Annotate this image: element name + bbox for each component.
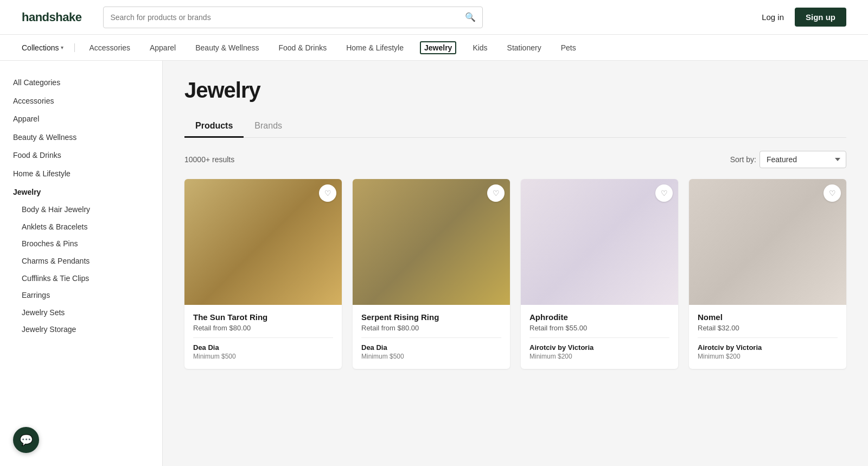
sidebar-item-food---drinks[interactable]: Food & Drinks	[0, 146, 162, 165]
product-image: ♡	[353, 179, 510, 305]
product-retail: Retail from $80.00	[193, 324, 333, 332]
sidebar-subitem-jewelry-storage[interactable]: Jewelry Storage	[0, 321, 162, 339]
tabs: ProductsBrands	[184, 116, 846, 138]
chat-icon: 💬	[20, 433, 33, 446]
product-brand: Airotciv by Victoria	[698, 343, 838, 352]
nav-item-pets[interactable]: Pets	[558, 41, 579, 54]
main-nav: Collections ▾ AccessoriesApparelBeauty &…	[0, 35, 868, 61]
product-minimum: Minimum $200	[698, 353, 838, 360]
product-name: Aphrodite	[529, 312, 669, 322]
product-divider	[193, 337, 333, 338]
product-name: The Sun Tarot Ring	[193, 312, 333, 322]
main-content: Jewelry ProductsBrands 10000+ results So…	[163, 61, 868, 466]
product-brand: Dea Dia	[193, 343, 333, 352]
product-minimum: Minimum $500	[361, 353, 501, 360]
product-divider	[361, 337, 501, 338]
sidebar-subitem-anklets---bracelets[interactable]: Anklets & Bracelets	[0, 219, 162, 236]
wishlist-button[interactable]: ♡	[824, 184, 841, 202]
product-brand: Dea Dia	[361, 343, 501, 352]
page-body: All CategoriesAccessoriesApparelBeauty &…	[0, 61, 868, 466]
sort-select[interactable]: Featured Newest Price: Low to High Price…	[760, 151, 846, 168]
results-bar: 10000+ results Sort by: Featured Newest …	[184, 151, 846, 168]
tab-products[interactable]: Products	[184, 116, 244, 138]
signup-button[interactable]: Sign up	[795, 8, 846, 27]
sort-label: Sort by:	[730, 155, 756, 164]
product-name: Serpent Rising Ring	[361, 312, 501, 322]
collections-label: Collections	[22, 43, 59, 52]
sidebar: All CategoriesAccessoriesApparelBeauty &…	[0, 61, 163, 466]
nav-items: AccessoriesApparelBeauty & WellnessFood …	[86, 41, 579, 54]
sidebar-item-jewelry[interactable]: Jewelry	[0, 183, 162, 202]
sidebar-subitem-body---hair-jewelry[interactable]: Body & Hair Jewelry	[0, 201, 162, 219]
nav-item-kids[interactable]: Kids	[469, 41, 490, 54]
product-image: ♡	[521, 179, 678, 305]
nav-item-jewelry[interactable]: Jewelry	[420, 41, 456, 54]
nav-item-apparel[interactable]: Apparel	[146, 41, 179, 54]
product-retail: Retail from $55.00	[529, 324, 669, 332]
product-card[interactable]: ♡ Aphrodite Retail from $55.00 Airotciv …	[521, 179, 678, 369]
product-image: ♡	[689, 179, 846, 305]
product-divider	[698, 337, 838, 338]
product-card[interactable]: ♡ Serpent Rising Ring Retail from $80.00…	[353, 179, 510, 369]
sidebar-subitem-jewelry-sets[interactable]: Jewelry Sets	[0, 304, 162, 322]
chat-button[interactable]: 💬	[13, 427, 39, 453]
logo[interactable]: handshake	[22, 10, 81, 24]
product-card[interactable]: ♡ The Sun Tarot Ring Retail from $80.00 …	[184, 179, 342, 369]
product-info: The Sun Tarot Ring Retail from $80.00 De…	[184, 305, 342, 369]
search-icon: 🔍	[465, 12, 476, 22]
sidebar-subitem-earrings[interactable]: Earrings	[0, 287, 162, 304]
sort-wrapper: Sort by: Featured Newest Price: Low to H…	[730, 151, 846, 168]
sidebar-item-accessories[interactable]: Accessories	[0, 92, 162, 111]
product-image: ♡	[184, 179, 342, 305]
tab-brands[interactable]: Brands	[244, 116, 293, 138]
chevron-down-icon: ▾	[61, 44, 63, 50]
nav-item-stationery[interactable]: Stationery	[504, 41, 545, 54]
nav-item-home---lifestyle[interactable]: Home & Lifestyle	[343, 41, 407, 54]
results-count: 10000+ results	[184, 155, 234, 164]
sidebar-item-beauty---wellness[interactable]: Beauty & Wellness	[0, 129, 162, 147]
sidebar-subitem-cufflinks---tie-clips[interactable]: Cufflinks & Tie Clips	[0, 270, 162, 288]
search-bar: 🔍	[103, 7, 483, 28]
product-minimum: Minimum $200	[529, 353, 669, 360]
wishlist-button[interactable]: ♡	[487, 184, 505, 202]
wishlist-button[interactable]: ♡	[655, 184, 673, 202]
sidebar-item-apparel[interactable]: Apparel	[0, 110, 162, 129]
product-info: Nomel Retail $32.00 Airotciv by Victoria…	[689, 305, 846, 369]
product-retail: Retail $32.00	[698, 324, 838, 332]
wishlist-button[interactable]: ♡	[319, 184, 336, 202]
sidebar-item-home---lifestyle[interactable]: Home & Lifestyle	[0, 165, 162, 183]
login-button[interactable]: Log in	[762, 12, 784, 22]
product-brand: Airotciv by Victoria	[529, 343, 669, 352]
header-actions: Log in Sign up	[762, 8, 846, 27]
product-card[interactable]: ♡ Nomel Retail $32.00 Airotciv by Victor…	[689, 179, 846, 369]
product-divider	[529, 337, 669, 338]
product-retail: Retail from $80.00	[361, 324, 501, 332]
nav-collections[interactable]: Collections ▾	[22, 43, 75, 52]
nav-item-beauty---wellness[interactable]: Beauty & Wellness	[192, 41, 262, 54]
sidebar-subitem-charms---pendants[interactable]: Charms & Pendants	[0, 253, 162, 270]
nav-item-food---drinks[interactable]: Food & Drinks	[275, 41, 330, 54]
nav-item-accessories[interactable]: Accessories	[86, 41, 133, 54]
product-info: Aphrodite Retail from $55.00 Airotciv by…	[521, 305, 678, 369]
sidebar-item-all-categories[interactable]: All Categories	[0, 74, 162, 92]
search-input[interactable]	[110, 13, 465, 22]
product-minimum: Minimum $500	[193, 353, 333, 360]
product-info: Serpent Rising Ring Retail from $80.00 D…	[353, 305, 510, 369]
header: handshake 🔍 Log in Sign up	[0, 0, 868, 35]
sidebar-subitem-brooches---pins[interactable]: Brooches & Pins	[0, 235, 162, 253]
product-name: Nomel	[698, 312, 838, 322]
product-grid: ♡ The Sun Tarot Ring Retail from $80.00 …	[184, 179, 846, 369]
page-title: Jewelry	[184, 78, 846, 103]
